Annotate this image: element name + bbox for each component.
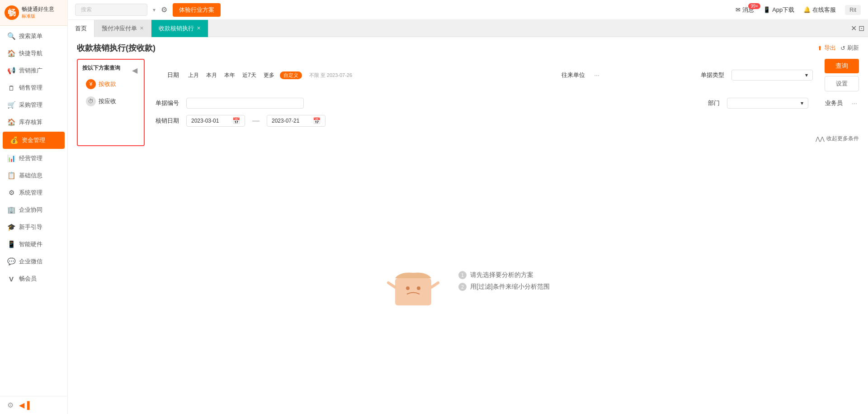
sidebar-item-enterprise[interactable]: 🏢 企业协同 [0, 201, 67, 219]
filter-panel-collapse-btn[interactable]: ◀ [130, 64, 139, 76]
header-dropdown-icon[interactable]: ▾ [153, 7, 156, 13]
quick-nav-icon: 🏠 [7, 49, 15, 57]
export-icon: ⬆ [817, 45, 822, 52]
logo-name: 畅捷通好生意 [22, 6, 54, 13]
write-off-from-value: 2023-03-01 [191, 118, 219, 124]
header-gear-icon[interactable]: ⚙ [161, 5, 167, 14]
tab-prepay[interactable]: 预付冲应付单 ✕ [94, 20, 151, 37]
inventory-icon: 🏠 [7, 118, 15, 126]
refresh-button[interactable]: ↺ 刷新 [840, 44, 859, 52]
date-hint: 不限 至 2023-07-26 [309, 72, 352, 79]
filter-sidebar-title: 按以下方案查询 [82, 64, 120, 72]
page-title: 收款核销执行(按收款) [77, 43, 156, 53]
filter-area: 按以下方案查询 ◀ ¥ 按收款 ⏱ 按应收 日期 上月 [68, 53, 868, 152]
sidebar-label-hardware: 智能硬件 [19, 240, 42, 248]
service-icon: 🔔 [803, 6, 811, 13]
sidebar-label-marketing: 营销推广 [19, 67, 42, 75]
top-header: 搜索 ▾ ⚙ 体验行业方案 ✉ 消息 99+ 📱 App下载 🔔 在线客服 Ri… [68, 0, 868, 20]
to-calendar-icon[interactable]: 📅 [313, 117, 321, 124]
sidebar-item-inventory[interactable]: 🏠 库存核算 [0, 114, 67, 131]
svg-point-1 [406, 286, 410, 290]
sidebar-label-search-menu: 搜索菜单 [19, 32, 42, 40]
sidebar-item-operations[interactable]: 📊 经营管理 [0, 150, 67, 167]
sidebar-label-guide: 新手引导 [19, 223, 42, 231]
refresh-icon: ↺ [840, 45, 845, 52]
step-2-text: 用[过滤]条件来缩小分析范围 [470, 283, 550, 291]
page-actions: ⬆ 导出 ↺ 刷新 [817, 44, 859, 52]
empty-step-1: 1 请先选择要分析的方案 [458, 271, 550, 279]
sidebar-item-quick-nav[interactable]: 🏠 快捷导航 [0, 45, 67, 62]
user-info[interactable]: Rit [845, 5, 861, 15]
tab-prepay-close[interactable]: ✕ [140, 25, 144, 31]
user-name: Rit [849, 7, 856, 13]
sidebar-logo: 畅 畅捷通好生意 标准版 [0, 0, 67, 26]
doc-no-label: 单据编号 [152, 99, 179, 107]
sidebar-nav: 🔍 搜索菜单 🏠 快捷导航 📢 营销推广 🗒 销售管理 🛒 采购管理 🏠 库存核… [0, 26, 67, 396]
operations-icon: 📊 [7, 154, 15, 162]
message-badge: 99+ [748, 3, 760, 9]
step-1-text: 请先选择要分析的方案 [470, 271, 533, 279]
date-btn-this-month[interactable]: 本月 [204, 71, 219, 80]
svg-rect-0 [395, 278, 431, 305]
salesman-ellipsis[interactable]: ··· [850, 100, 859, 107]
sidebar-item-member[interactable]: V 畅会员 [0, 270, 67, 287]
logo-icon: 畅 [5, 5, 19, 20]
filter-option-by-receivable[interactable]: ⏱ 按应收 [82, 94, 139, 109]
app-download-label: App下载 [772, 6, 794, 14]
counterpart-ellipsis[interactable]: ··· [592, 71, 601, 79]
collapse-up-icon: ⋀⋀ [816, 136, 825, 142]
from-calendar-icon[interactable]: 📅 [232, 117, 240, 124]
sidebar-item-marketing[interactable]: 📢 营销推广 [0, 62, 67, 79]
filter-actions: 查询 设置 [825, 59, 859, 91]
collapse-sidebar-btn[interactable]: ◀▐ [19, 401, 29, 409]
search-menu-icon: 🔍 [7, 32, 15, 40]
sidebar-item-system[interactable]: ⚙ 系统管理 [0, 184, 67, 201]
date-btn-more[interactable]: 更多 [262, 71, 276, 80]
main-area: 搜索 ▾ ⚙ 体验行业方案 ✉ 消息 99+ 📱 App下载 🔔 在线客服 Ri… [68, 0, 868, 414]
doc-no-input[interactable] [186, 98, 304, 109]
empty-svg [386, 256, 440, 310]
filter-option-by-receipt[interactable]: ¥ 按收款 [82, 76, 139, 92]
setting-button[interactable]: 设置 [825, 76, 859, 91]
filter-row-1: 日期 上月 本月 本年 近7天 更多 自定义 不限 至 2023-07-26 [152, 59, 859, 91]
tab-collection-close[interactable]: ✕ [197, 25, 201, 31]
sidebar-item-search-menu[interactable]: 🔍 搜索菜单 [0, 28, 67, 45]
date-custom-badge[interactable]: 自定义 [280, 71, 302, 79]
sidebar-item-purchase[interactable]: 🛒 采购管理 [0, 96, 67, 114]
date-btn-7days[interactable]: 近7天 [241, 71, 258, 80]
collapse-more-btn[interactable]: ⋀⋀ 收起更多条件 [152, 133, 859, 146]
sidebar-bottom: ⚙ ◀▐ [0, 396, 67, 414]
tab-close-btn[interactable]: ✕ [851, 24, 857, 33]
date-btn-this-year[interactable]: 本年 [222, 71, 237, 80]
svg-line-3 [388, 283, 395, 287]
settings-bottom-icon[interactable]: ⚙ [7, 401, 14, 409]
query-button[interactable]: 查询 [825, 59, 859, 73]
sidebar-label-enterprise: 企业协同 [19, 206, 42, 214]
online-service-btn[interactable]: 🔔 在线客服 [803, 6, 836, 14]
export-button[interactable]: ⬆ 导出 [817, 44, 836, 52]
tab-expand-btn[interactable]: ⊡ [859, 24, 864, 33]
wechat-icon: 💬 [7, 257, 15, 266]
message-btn[interactable]: ✉ 消息 99+ [736, 6, 754, 14]
write-off-from-input[interactable]: 2023-03-01 📅 [186, 115, 245, 127]
sidebar-label-inventory: 库存核算 [19, 118, 42, 126]
sidebar-item-sales[interactable]: 🗒 销售管理 [0, 79, 67, 96]
doc-type-select[interactable]: ▾ [731, 70, 813, 81]
tab-actions: ✕ ⊡ [847, 24, 868, 33]
solution-button[interactable]: 体验行业方案 [173, 3, 221, 17]
write-off-to-input[interactable]: 2023-07-21 📅 [267, 115, 326, 127]
dept-select[interactable]: ▾ [727, 98, 808, 109]
sidebar-item-hardware[interactable]: 📱 智能硬件 [0, 236, 67, 253]
tab-collection[interactable]: 收款核销执行 ✕ [151, 20, 208, 37]
sidebar-item-basic[interactable]: 📋 基础信息 [0, 167, 67, 184]
sidebar-item-guide[interactable]: 🎓 新手引导 [0, 219, 67, 236]
write-off-to-value: 2023-07-21 [272, 118, 299, 124]
date-btn-last-month[interactable]: 上月 [186, 71, 201, 80]
app-download-btn[interactable]: 📱 App下载 [763, 6, 794, 14]
header-search-bar[interactable]: 搜索 [75, 4, 147, 16]
tab-home[interactable]: 首页 [68, 20, 94, 37]
sidebar-item-wechat[interactable]: 💬 企业微信 [0, 253, 67, 270]
tab-bar: 首页 预付冲应付单 ✕ 收款核销执行 ✕ ✕ ⊡ [68, 20, 868, 37]
sidebar-item-finance[interactable]: 💰 资金管理 [3, 132, 65, 149]
tab-collection-label: 收款核销执行 [159, 24, 194, 33]
